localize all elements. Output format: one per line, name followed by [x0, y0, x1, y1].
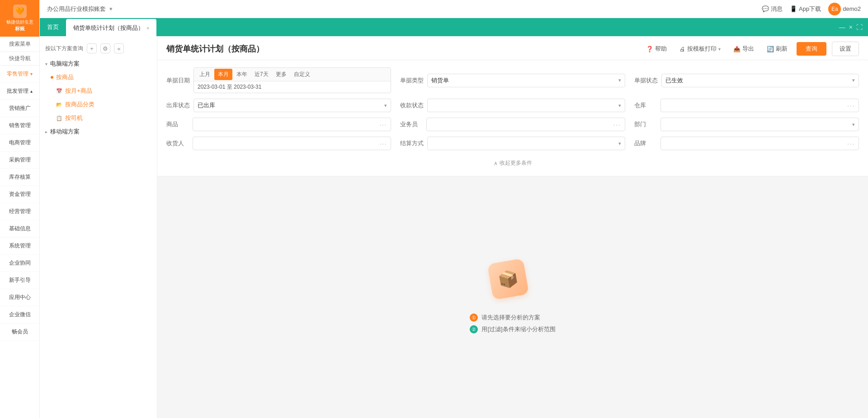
export-label: 导出 [742, 45, 754, 53]
status-control[interactable]: 已生效 ▾ [661, 74, 859, 87]
add-scheme-btn[interactable]: + [87, 43, 97, 53]
status-value: 已生效 [665, 76, 683, 85]
tab-active[interactable]: 销货单统计计划（按商品） × [66, 19, 156, 37]
payment-control[interactable]: ▾ [427, 99, 625, 112]
page-body: 按以下方案查询 + ⚙ « ▾ 电脑端方案 按商品 📅 按月+商品 📂 按商品分… [40, 36, 868, 418]
date-tab-more[interactable]: 更多 [272, 69, 290, 80]
date-tab-7days[interactable]: 近7天 [251, 69, 272, 80]
date-filter-item: 单据日期 上月 本月 本年 近7天 更多 自定义 2023-03-01 至 20… [166, 67, 391, 93]
collapse-icon: ∧ [494, 160, 498, 166]
tab-home-label: 首页 [47, 23, 59, 31]
tip-num-1: ① [470, 314, 478, 322]
product-filter-item: 商品 ··· [166, 118, 391, 131]
export-btn[interactable]: 📤 导出 [730, 43, 758, 55]
search-menu[interactable]: 搜索菜单 [0, 37, 39, 52]
refresh-label: 刷新 [776, 45, 788, 53]
main-area: 办公用品行业模拟账套 ▾ 💬 消息 📱 App下载 Ea demo2 首页 销货… [40, 0, 868, 418]
close-icon[interactable]: × [146, 25, 149, 31]
tree-item-category[interactable]: 📂 按商品分类 [40, 98, 157, 111]
staff-control[interactable]: ··· [426, 118, 625, 131]
left-panel-title: 按以下方案查询 [45, 45, 83, 52]
out-status-filter-item: 出库状态 已出库 ▾ [166, 99, 391, 112]
message-btn[interactable]: 💬 消息 [762, 5, 783, 13]
app-download-btn[interactable]: 📱 App下载 [790, 5, 821, 13]
warehouse-label: 仓库 [634, 101, 657, 109]
sidebar-item-basic[interactable]: 基础信息 [0, 220, 39, 238]
query-btn[interactable]: 查询 [797, 42, 826, 56]
tree-icon-month: 📅 [56, 88, 62, 94]
collapse-panel-btn[interactable]: « [114, 43, 124, 53]
logo-icon: 🧡 [13, 5, 27, 18]
dept-control[interactable]: ▾ [660, 118, 859, 131]
tree-icon-driver: 📋 [56, 115, 62, 121]
sidebar-item-retail[interactable]: 零售管理 ▾ [0, 66, 39, 83]
tree-item-mobile[interactable]: ▸ 移动端方案 [40, 125, 157, 138]
sidebar-item-purchase[interactable]: 采购管理 [0, 152, 39, 169]
date-tab-custom[interactable]: 自定义 [290, 69, 314, 80]
type-control[interactable]: 销货单 ▾ [427, 74, 625, 87]
dept-caret: ▾ [852, 122, 855, 128]
refresh-btn[interactable]: 🔄 刷新 [763, 43, 791, 55]
print-icon: 🖨 [679, 46, 685, 52]
sidebar-label-purchase: 采购管理 [9, 156, 31, 164]
sidebar-item-appstore[interactable]: 应用中心 [0, 289, 39, 306]
tree-label-driver: 按司机 [65, 114, 83, 122]
brand-control[interactable]: ··· [660, 137, 859, 150]
tree-label-category: 按商品分类 [65, 100, 94, 109]
settlement-label: 结算方式 [400, 139, 424, 147]
close-tab-icon[interactable]: × [849, 24, 853, 31]
product-dots: ··· [379, 121, 387, 128]
quick-nav[interactable]: 快捷导航 [0, 52, 39, 66]
sidebar-item-member[interactable]: 畅会员 [0, 323, 39, 341]
product-control[interactable]: ··· [193, 118, 391, 131]
app-logo: 🧡 畅捷信好生意 标账 [0, 0, 39, 37]
sidebar-item-cooperation[interactable]: 企业协同 [0, 255, 39, 272]
sidebar-item-wecom[interactable]: 企业微信 [0, 306, 39, 323]
page-title: 销货单统计计划（按商品） [166, 43, 264, 54]
sidebar-label-sales: 销售管理 [9, 122, 31, 129]
sidebar-item-system[interactable]: 系统管理 [0, 238, 39, 255]
sidebar-item-finance[interactable]: 资金管理 [0, 186, 39, 203]
date-tab-last-month[interactable]: 上月 [196, 69, 214, 80]
sidebar-item-sales[interactable]: 销售管理 [0, 117, 39, 134]
tree-item-by-product[interactable]: 按商品 [40, 71, 157, 84]
out-status-caret: ▾ [384, 103, 387, 109]
payment-caret: ▾ [618, 103, 621, 109]
collapse-btn[interactable]: ∧ 收起更多条件 [488, 157, 538, 169]
date-tab-this-year[interactable]: 本年 [233, 69, 251, 80]
tree-item-driver[interactable]: 📋 按司机 [40, 111, 157, 125]
sidebar-item-guide[interactable]: 新手引导 [0, 272, 39, 289]
sidebar-label-wholesale: 批发管理 [7, 87, 28, 95]
tree-item-pc[interactable]: ▾ 电脑端方案 [40, 57, 157, 71]
sidebar: 🧡 畅捷信好生意 标账 搜索菜单 快捷导航 零售管理 ▾ 批发管理 ▴ 营销推广… [0, 0, 40, 418]
brand-label: 品牌 [634, 139, 657, 147]
out-status-value: 已出库 [198, 101, 215, 109]
settings-btn[interactable]: 设置 [832, 42, 859, 56]
user-menu[interactable]: Ea demo2 [828, 3, 861, 15]
sidebar-label-finance: 资金管理 [9, 190, 31, 198]
recipient-control[interactable]: ··· [193, 137, 391, 150]
out-status-control[interactable]: 已出库 ▾ [193, 99, 391, 112]
print-btn[interactable]: 🖨 按模板打印 ▾ [676, 43, 724, 55]
tree-label-month: 按月+商品 [65, 87, 92, 95]
date-filter[interactable]: 上月 本月 本年 近7天 更多 自定义 2023-03-01 至 2023-03… [193, 67, 391, 93]
settings-scheme-btn[interactable]: ⚙ [100, 43, 110, 53]
sidebar-item-wholesale[interactable]: 批发管理 ▴ [0, 83, 39, 100]
tree-item-month-product[interactable]: 📅 按月+商品 [40, 84, 157, 98]
maximize-icon[interactable]: ⛶ [856, 24, 863, 31]
sidebar-item-marketing[interactable]: 营销推广 [0, 100, 39, 117]
workspace-title: 办公用品行业模拟账套 [47, 5, 106, 13]
type-label: 单据类型 [400, 76, 424, 85]
minimize-icon[interactable]: — [839, 24, 845, 31]
dept-filter-item: 部门 ▾ [634, 118, 859, 131]
tab-home[interactable]: 首页 [40, 18, 66, 36]
tree-arrow-pc: ▾ [45, 62, 47, 66]
settlement-control[interactable]: ▾ [427, 137, 625, 150]
sidebar-item-ecommerce[interactable]: 电商管理 [0, 134, 39, 152]
date-tab-this-month[interactable]: 本月 [214, 69, 232, 80]
workspace-arrow[interactable]: ▾ [109, 5, 113, 12]
sidebar-item-operations[interactable]: 经营管理 [0, 203, 39, 220]
help-btn[interactable]: ❓ 帮助 [642, 43, 670, 55]
warehouse-control[interactable]: ··· [660, 99, 859, 112]
sidebar-item-inventory[interactable]: 库存核算 [0, 169, 39, 186]
